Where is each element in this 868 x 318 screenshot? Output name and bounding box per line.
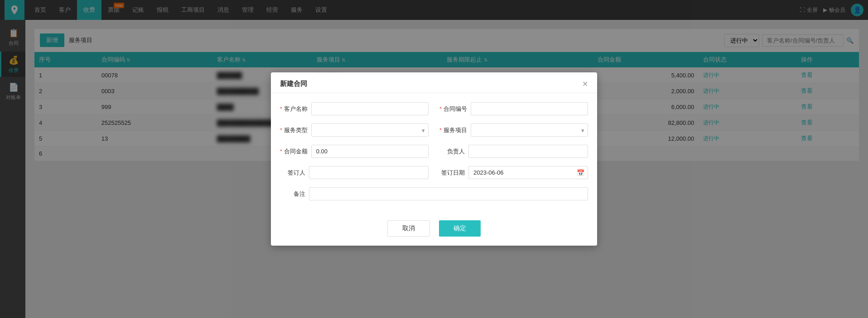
sign-date-wrap: 📅 xyxy=(468,166,588,179)
form-group-notes: 备注 xyxy=(280,187,588,200)
amount-input[interactable] xyxy=(311,145,429,158)
form-row-1: 客户名称 合同编号 xyxy=(280,102,588,115)
dialog-title: 新建合同 xyxy=(280,80,307,88)
dialog-new-contract: 新建合同 ✕ 客户名称 合同编号 服务类型 xyxy=(271,72,597,246)
form-row-4: 签订人 签订日期 📅 xyxy=(280,166,588,179)
form-group-sign-date: 签订日期 📅 xyxy=(439,166,588,179)
service-type-label: 服务类型 xyxy=(280,126,308,134)
notes-label: 备注 xyxy=(280,190,305,198)
contract-no-label: 合同编号 xyxy=(439,105,467,113)
form-row-5: 备注 xyxy=(280,187,588,200)
service-item-select[interactable] xyxy=(471,123,588,137)
service-type-select[interactable] xyxy=(311,123,429,137)
form-group-service-type: 服务类型 xyxy=(280,123,429,137)
customer-input[interactable] xyxy=(311,102,429,115)
sign-date-label: 签订日期 xyxy=(439,169,465,177)
signatory-input[interactable] xyxy=(309,166,429,179)
customer-label: 客户名称 xyxy=(280,105,308,113)
responsible-input[interactable] xyxy=(468,145,588,158)
form-group-contract-no: 合同编号 xyxy=(439,102,588,115)
cancel-button[interactable]: 取消 xyxy=(387,220,430,237)
form-group-responsible: 负责人 xyxy=(439,145,588,158)
dialog-footer: 取消 确定 xyxy=(271,213,597,246)
service-type-select-wrap xyxy=(311,123,429,137)
responsible-label: 负责人 xyxy=(439,147,465,156)
service-item-select-wrap xyxy=(471,123,588,137)
notes-input[interactable] xyxy=(309,187,588,200)
calendar-icon[interactable]: 📅 xyxy=(577,169,584,176)
dialog-header: 新建合同 ✕ xyxy=(271,72,597,93)
sign-date-input[interactable] xyxy=(468,166,588,179)
form-group-customer: 客户名称 xyxy=(280,102,429,115)
service-item-label: 服务项目 xyxy=(439,126,467,134)
form-group-service-item: 服务项目 xyxy=(439,123,588,137)
confirm-button[interactable]: 确定 xyxy=(439,220,481,237)
form-row-2: 服务类型 服务项目 xyxy=(280,123,588,137)
dialog-body: 客户名称 合同编号 服务类型 xyxy=(271,93,597,213)
signatory-label: 签订人 xyxy=(280,169,305,177)
form-group-signatory: 签订人 xyxy=(280,166,429,179)
form-row-3: 合同金额 负责人 xyxy=(280,145,588,158)
contract-no-input[interactable] xyxy=(471,102,588,115)
amount-label: 合同金额 xyxy=(280,147,308,156)
form-group-amount: 合同金额 xyxy=(280,145,429,158)
modal-overlay: 新建合同 ✕ 客户名称 合同编号 服务类型 xyxy=(0,0,868,318)
close-button[interactable]: ✕ xyxy=(582,80,588,88)
